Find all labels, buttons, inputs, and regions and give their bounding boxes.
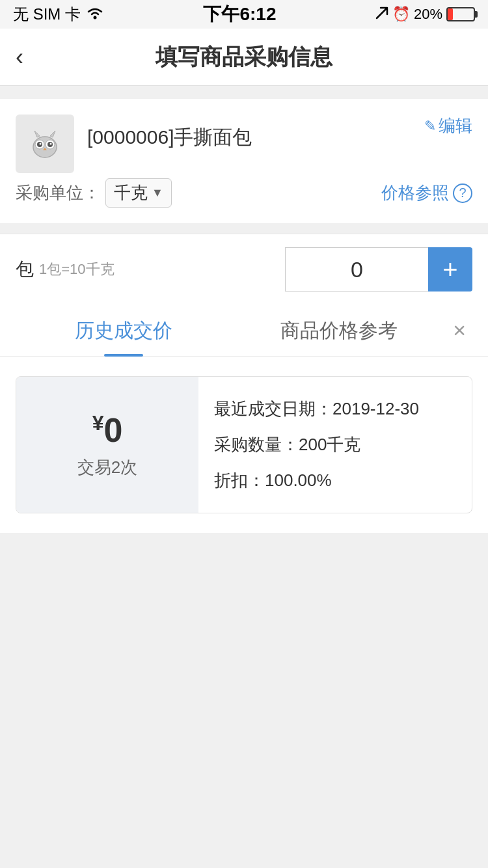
history-price-card: ¥0 交易2次 最近成交日期：2019-12-30 采购数量：200千克 折扣：… <box>16 376 472 513</box>
status-bar: 无 SIM 卡 下午6:12 ⏰ 20% <box>0 0 488 29</box>
battery-icon <box>446 7 475 21</box>
product-thumbnail <box>16 115 74 173</box>
trade-count: 交易2次 <box>77 456 137 479</box>
purchase-qty-row: 采购数量：200千克 <box>214 432 456 457</box>
page-title: 填写商品采购信息 <box>156 42 332 72</box>
tab-price-reference[interactable]: 商品价格参考 <box>231 305 446 357</box>
back-button[interactable]: ‹ <box>16 44 23 71</box>
svg-marker-9 <box>34 131 40 137</box>
wifi-icon <box>86 5 104 23</box>
nav-bar: ‹ 填写商品采购信息 <box>0 29 488 86</box>
status-left: 无 SIM 卡 <box>13 4 104 25</box>
svg-point-0 <box>94 16 97 20</box>
location-icon <box>375 5 388 23</box>
product-left: [0000006]手撕面包 <box>16 115 252 173</box>
product-header: [0000006]手撕面包 ✎ 编辑 <box>16 115 472 173</box>
carrier-text: 无 SIM 卡 <box>13 4 81 25</box>
history-price-content: ¥0 交易2次 最近成交日期：2019-12-30 采购数量：200千克 折扣：… <box>0 357 488 533</box>
recent-date-value: 2019-12-30 <box>332 399 419 418</box>
tab-history-price[interactable]: 历史成交价 <box>16 305 231 357</box>
purchase-qty-value: 200千克 <box>299 435 360 454</box>
unit-value: 千克 <box>114 182 148 204</box>
currency-symbol: ¥ <box>92 411 104 435</box>
product-unit-row: 采购单位： 千克 ▼ 价格参照 ? <box>16 178 472 208</box>
history-detail-col: 最近成交日期：2019-12-30 采购数量：200千克 折扣：100.00% <box>198 377 472 513</box>
quantity-unit: 包 <box>16 257 34 282</box>
edit-label: 编辑 <box>439 115 472 137</box>
quantity-input[interactable] <box>285 247 428 292</box>
plus-icon: + <box>442 255 457 284</box>
history-price-value: ¥0 <box>92 411 123 450</box>
help-icon: ? <box>453 183 472 203</box>
battery-percent: 20% <box>414 6 442 23</box>
quantity-section: 包 1包=10千克 + <box>0 234 488 305</box>
product-logo <box>22 121 68 167</box>
svg-marker-10 <box>50 131 55 137</box>
discount-row: 折扣：100.00% <box>214 468 456 493</box>
alarm-icon: ⏰ <box>392 6 410 23</box>
price-ref-label: 价格参照 <box>381 182 449 204</box>
quantity-label: 包 1包=10千克 <box>16 257 115 282</box>
product-name: [0000006]手撕面包 <box>87 124 252 151</box>
tabs-header: 历史成交价 商品价格参考 × <box>0 305 488 357</box>
product-card: [0000006]手撕面包 ✎ 编辑 采购单位： 千克 ▼ 价格参照 ? <box>0 99 488 223</box>
unit-dropdown[interactable]: 千克 ▼ <box>105 178 172 208</box>
edit-button[interactable]: ✎ 编辑 <box>424 115 472 137</box>
status-right: ⏰ 20% <box>375 5 475 23</box>
quantity-control: + <box>285 247 472 292</box>
product-info: [0000006]手撕面包 <box>87 124 252 164</box>
price-ref-button[interactable]: 价格参照 ? <box>381 182 472 204</box>
recent-date-label: 最近成交日期： <box>214 399 332 418</box>
tab-history-label: 历史成交价 <box>75 319 172 341</box>
chevron-down-icon: ▼ <box>152 186 163 200</box>
purchase-qty-label: 采购数量： <box>214 435 299 454</box>
status-time: 下午6:12 <box>203 2 276 27</box>
discount-value: 100.00% <box>265 470 332 490</box>
tabs-container: 历史成交价 商品价格参考 × ¥0 交易2次 最近成交日期：2019-12-30… <box>0 305 488 533</box>
tab-close-button[interactable]: × <box>446 318 472 343</box>
unit-selector: 采购单位： 千克 ▼ <box>16 178 172 208</box>
history-price-col: ¥0 交易2次 <box>16 377 198 513</box>
recent-date-row: 最近成交日期：2019-12-30 <box>214 396 456 422</box>
edit-icon: ✎ <box>424 118 436 135</box>
unit-label: 采购单位： <box>16 182 100 204</box>
svg-point-6 <box>40 143 42 145</box>
tab-price-ref-label: 商品价格参考 <box>280 319 398 341</box>
price-number: 0 <box>103 411 122 449</box>
quantity-conversion: 1包=10千克 <box>39 260 115 279</box>
page-background <box>0 533 488 868</box>
plus-button[interactable]: + <box>428 247 472 292</box>
svg-point-7 <box>50 143 52 145</box>
discount-label: 折扣： <box>214 470 265 490</box>
